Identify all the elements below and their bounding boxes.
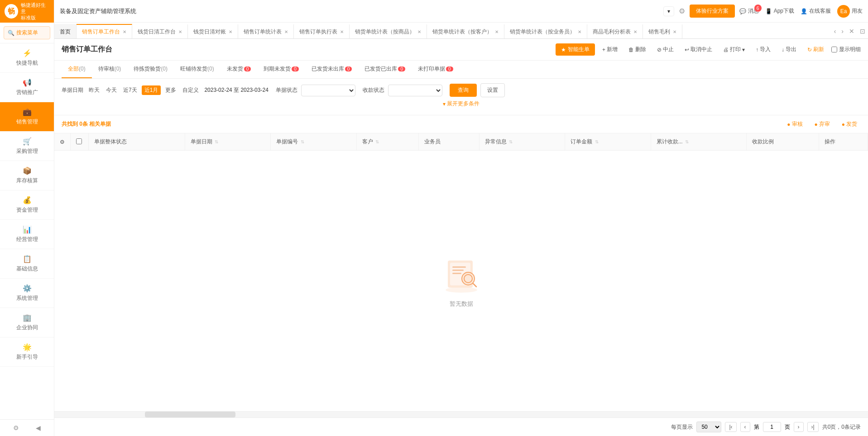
export-button[interactable]: ↓ 导出 <box>778 44 800 55</box>
stop-button[interactable]: ⊘ 中止 <box>653 44 677 55</box>
sidebar-search-button[interactable]: 🔍 搜索菜单 <box>4 26 50 39</box>
abnormal-sort-icon[interactable]: ⇅ <box>509 139 513 144</box>
tab-sales-workbench[interactable]: 销售订单工作台 ✕ <box>77 24 132 38</box>
scroll-area[interactable] <box>54 411 868 417</box>
topbar-settings-button[interactable]: ⚙ <box>679 7 685 15</box>
page-content: 销售订单工作台 ★ 智能生单 + 新增 🗑 删除 ⊘ 中止 <box>54 39 868 436</box>
refresh-button[interactable]: ↻ 刷新 <box>804 44 828 55</box>
settings-bottom-button[interactable]: ⚙ <box>13 424 19 431</box>
page-total: 共0页，0条记录 <box>822 423 861 431</box>
user-menu-button[interactable]: Ea 用友 <box>837 5 863 18</box>
filter-tab-wangpu-ship[interactable]: 旺铺待发货(0) <box>174 61 221 78</box>
sidebar-item-marketing[interactable]: 📢 营销推广 <box>0 73 54 102</box>
delete-button[interactable]: 🗑 删除 <box>625 44 650 55</box>
date-sort-icon[interactable]: ⇅ <box>215 139 218 144</box>
print-button[interactable]: 🖨 打印 ▾ <box>719 44 748 55</box>
quick-custom[interactable]: 自定义 <box>181 85 201 95</box>
tab-close-sales-workbench[interactable]: ✕ <box>123 29 126 34</box>
tab-close-sales-exec[interactable]: ✕ <box>340 29 344 34</box>
page-input[interactable] <box>763 422 781 432</box>
topbar-dropdown-button[interactable]: ▾ <box>663 6 674 16</box>
add-button[interactable]: + 新增 <box>599 44 621 55</box>
collapse-button[interactable]: ◀ <box>36 424 41 431</box>
message-button[interactable]: 💬 消息 6 <box>739 7 759 15</box>
page-prev-button[interactable]: ‹ <box>740 422 750 432</box>
detail-checkbox[interactable] <box>831 47 837 52</box>
sidebar-item-basic[interactable]: 📋 基础信息 <box>0 249 54 279</box>
tab-sales-stat[interactable]: 销售订单统计表 ✕ <box>238 24 294 38</box>
tab-cash-reconcile[interactable]: 钱货日清对账 ✕ <box>188 24 238 38</box>
tab-margin[interactable]: 商品毛利分析表 ✕ <box>587 24 643 38</box>
filter-tab-pending-inspect[interactable]: 待拣货验货(0) <box>127 61 174 78</box>
ship-button[interactable]: ● 发货 <box>838 119 861 129</box>
tab-close-sales-profit[interactable]: ✕ <box>673 29 676 34</box>
tab-close-margin[interactable]: ✕ <box>633 29 637 34</box>
tab-sales-staff[interactable]: 销货单统计表（按业务员） ✕ <box>504 24 587 38</box>
sidebar-item-enterprise[interactable]: 🏢 企业协同 <box>0 308 54 337</box>
quick-more[interactable]: 更多 <box>163 85 178 95</box>
page-last-button[interactable]: ›| <box>807 422 819 432</box>
tab-daily-clear[interactable]: 钱货日清工作台 ✕ <box>132 24 188 38</box>
filter-tab-pending-review[interactable]: 待审核(0) <box>92 61 128 78</box>
tab-sales-exec[interactable]: 销售订单执行表 ✕ <box>294 24 350 38</box>
review-button[interactable]: ● 审核 <box>783 119 806 129</box>
tab-close-sales-stat[interactable]: ✕ <box>284 29 288 34</box>
tab-sales-product[interactable]: 销货单统计表（按商品） ✕ <box>350 24 427 38</box>
sidebar-item-quick[interactable]: ⚡ 快捷导航 <box>0 43 54 73</box>
tab-nav-prev[interactable]: ‹ <box>831 24 839 38</box>
filter-tab-shipped-out[interactable]: 已发货已出库0 <box>358 61 412 78</box>
sidebar-item-system[interactable]: ⚙️ 系统管理 <box>0 279 54 308</box>
search-settings-button[interactable]: 设置 <box>480 83 505 97</box>
page-first-button[interactable]: |‹ <box>725 422 736 432</box>
sidebar-item-finance[interactable]: 💰 资金管理 <box>0 190 54 220</box>
received-sort-icon[interactable]: ⇅ <box>685 139 689 144</box>
solution-button[interactable]: 体验行业方案 <box>690 5 735 18</box>
sidebar-item-inventory[interactable]: 📦 库存核算 <box>0 161 54 190</box>
tab-actions: ‹ › ✕ ⊡ <box>831 24 868 38</box>
tab-close-sales-product[interactable]: ✕ <box>417 29 421 34</box>
select-all-checkbox[interactable] <box>76 138 82 144</box>
tab-sales-profit[interactable]: 销售毛利 ✕ <box>643 24 682 38</box>
tab-nav-next[interactable]: › <box>839 24 846 38</box>
tab-sales-customer[interactable]: 销货单统计表（按客户） ✕ <box>427 24 504 38</box>
sidebar-item-sales[interactable]: 💼 销售管理 <box>0 102 54 132</box>
number-sort-icon[interactable]: ⇅ <box>301 139 304 144</box>
tab-close-daily-clear[interactable]: ✕ <box>178 29 182 34</box>
filter-tab-overdue-ship[interactable]: 到期未发货0 <box>257 61 305 78</box>
filter-tab-not-shipped[interactable]: 未发货0 <box>221 61 258 78</box>
expand-conditions-button[interactable]: ▾ 展开更多条件 <box>443 100 480 108</box>
search-bar: 单据日期 昨天 今天 近7天 近1月 更多 自定义 2023-02-24 至 2… <box>54 79 868 115</box>
sidebar-item-operation[interactable]: 📊 经营管理 <box>0 220 54 249</box>
tab-expand[interactable]: ⊡ <box>857 24 868 38</box>
customer-sort-icon[interactable]: ⇅ <box>375 139 379 144</box>
sidebar-item-guide[interactable]: 🌟 新手引导 <box>0 337 54 367</box>
cancel-stop-button[interactable]: ↩ 取消中止 <box>681 44 716 55</box>
quick-7days[interactable]: 近7天 <box>121 85 139 95</box>
th-amount: 订单金额 ⇅ <box>565 133 651 151</box>
tab-close-sales-customer[interactable]: ✕ <box>495 29 499 34</box>
status-select[interactable] <box>301 85 355 96</box>
import-button[interactable]: ↑ 导入 <box>752 44 774 55</box>
quick-yesterday[interactable]: 昨天 <box>87 85 101 95</box>
discard-review-button[interactable]: ● 弃审 <box>811 119 834 129</box>
filter-tab-all[interactable]: 全部(0) <box>62 61 92 78</box>
sidebar-item-purchase[interactable]: 🛒 采购管理 <box>0 132 54 161</box>
detail-checkbox-label[interactable]: 显示明细 <box>831 46 861 53</box>
quick-today[interactable]: 今天 <box>104 85 119 95</box>
amount-sort-icon[interactable]: ⇅ <box>595 139 599 144</box>
smart-create-button[interactable]: ★ 智能生单 <box>556 43 595 56</box>
tab-close-sales-staff[interactable]: ✕ <box>578 29 581 34</box>
quick-1month[interactable]: 近1月 <box>142 85 161 95</box>
tab-close-all[interactable]: ✕ <box>846 24 857 38</box>
online-service-button[interactable]: 👤 在线客服 <box>801 7 831 15</box>
page-size-select[interactable]: 50 10 20 100 <box>696 422 721 432</box>
filter-tab-shipped-not-out[interactable]: 已发货未出库0 <box>305 61 359 78</box>
payment-select[interactable] <box>388 85 442 96</box>
app-download-button[interactable]: 📱 App下载 <box>765 7 794 15</box>
filter-tab-not-printed[interactable]: 未打印单据0 <box>412 61 460 78</box>
tab-close-cash-reconcile[interactable]: ✕ <box>229 29 232 34</box>
settings-col-icon[interactable]: ⚙ <box>60 139 65 145</box>
page-next-button[interactable]: › <box>794 422 804 432</box>
tab-home[interactable]: 首页 <box>54 24 77 38</box>
query-button[interactable]: 查询 <box>450 84 477 97</box>
